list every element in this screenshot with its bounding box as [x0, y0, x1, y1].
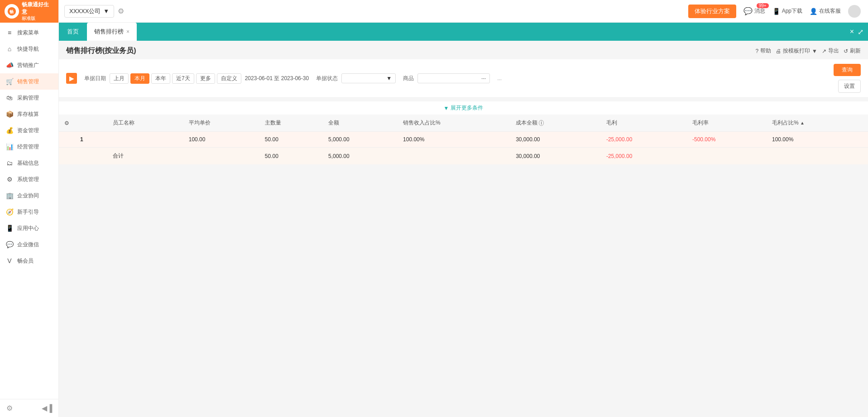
- sidebar-icon-app-center: 📱: [5, 224, 14, 232]
- message-btn[interactable]: 💬 99+ 消息: [743, 7, 765, 15]
- sidebar-icon-purchase: 🛍: [5, 94, 14, 102]
- cell-gross-margin-0: -500.00%: [687, 132, 767, 148]
- sidebar-item-enterprise-wechat[interactable]: 💬企业微信: [0, 236, 58, 253]
- sidebar-label-search-order: 搜索菜单: [17, 29, 39, 37]
- table-footer-row: 合计 50.00 5,000.00 30,000.00 -25,000.00: [59, 148, 868, 165]
- status-dropdown-icon: ▼: [386, 75, 392, 81]
- sidebar-item-sales[interactable]: 🛒销售管理: [0, 73, 58, 90]
- export-button[interactable]: ↗ 导出: [822, 47, 839, 55]
- query-button[interactable]: 查询: [834, 64, 861, 76]
- expand-row: ▼ 展开更多条件: [59, 101, 868, 115]
- help-button[interactable]: ? 帮助: [755, 47, 771, 55]
- sidebar-item-system[interactable]: ⚙系统管理: [0, 171, 58, 187]
- expand-down-icon: ▼: [444, 105, 449, 111]
- sidebar-item-operations[interactable]: 📊经营管理: [0, 139, 58, 155]
- th-settings[interactable]: ⚙: [59, 115, 75, 132]
- online-service-btn[interactable]: 👤 在线客服: [810, 7, 841, 15]
- sidebar-label-basic-info: 基础信息: [17, 159, 39, 167]
- maximize-window-btn[interactable]: ⤢: [858, 28, 863, 36]
- footer-amount: 5,000.00: [323, 148, 398, 165]
- cell-employee-0: [107, 132, 183, 148]
- sidebar-footer: ⚙ ◀▐: [0, 399, 58, 417]
- sidebar-item-quick-nav[interactable]: ⌂快捷导航: [0, 41, 58, 57]
- sidebar-item-purchase[interactable]: 🛍采购管理: [0, 90, 58, 106]
- refresh-button[interactable]: ↺ 刷新: [844, 47, 861, 55]
- date-btn-更多[interactable]: 更多: [196, 73, 215, 84]
- goods-filter-group: 商品 ···: [403, 73, 490, 83]
- tab-home[interactable]: 首页: [59, 23, 87, 41]
- tab-close-icon[interactable]: ×: [126, 29, 129, 35]
- trial-button[interactable]: 体验行业方案: [688, 5, 736, 18]
- date-range-display: 2023-06-01 至 2023-06-30: [245, 75, 309, 82]
- date-btn-本年[interactable]: 本年: [151, 73, 170, 84]
- cell-avg-price-0: 100.00: [183, 132, 259, 148]
- company-name: XXXXX公司: [69, 7, 101, 15]
- logo-icon: 畅: [5, 4, 19, 19]
- sidebar-label-marketing: 营销推广: [17, 62, 39, 69]
- sidebar-label-sales: 销售管理: [17, 78, 39, 86]
- sidebar-item-enterprise-coop[interactable]: 🏢企业协同: [0, 187, 58, 204]
- sidebar-item-inventory[interactable]: 📦库存核算: [0, 106, 58, 122]
- filter-section: ▶ 单据日期 上月本月本年近7天更多自定义 2023-06-01 至 2023-…: [59, 59, 868, 98]
- sidebar-icon-search-order: ≡: [5, 29, 14, 37]
- tab-sales-ranking[interactable]: 销售排行榜 ×: [87, 23, 137, 41]
- th-rank: [75, 115, 107, 132]
- avatar: [848, 5, 861, 18]
- status-filter-group: 单据状态 ▼: [316, 73, 396, 83]
- sidebar-nav: ≡搜索菜单⌂快捷导航📣营销推广🛒销售管理🛍采购管理📦库存核算💰资金管理📊经营管理…: [0, 23, 58, 399]
- sidebar-item-guide[interactable]: 🧭新手引导: [0, 204, 58, 220]
- top-header: XXXXX公司 ▼ ⚙ 体验行业方案 💬 99+ 消息 📱 App下载 👤 在线…: [59, 0, 868, 23]
- cell-settings-0: [59, 132, 75, 148]
- company-selector[interactable]: XXXXX公司 ▼: [64, 5, 114, 18]
- sidebar-label-operations: 经营管理: [17, 143, 39, 151]
- date-btn-上月[interactable]: 上月: [110, 73, 129, 84]
- avatar-area[interactable]: [848, 5, 863, 18]
- sidebar-icon-member: V: [5, 257, 14, 265]
- settings-icon[interactable]: ⚙: [6, 404, 13, 412]
- more-filters-btn[interactable]: ...: [497, 75, 502, 81]
- sidebar-icon-enterprise-coop: 🏢: [5, 192, 14, 200]
- footer-empty3: [183, 148, 259, 165]
- close-window-btn[interactable]: ×: [850, 28, 854, 36]
- settings-gear-icon[interactable]: ⚙: [118, 7, 124, 15]
- refresh-icon: ↺: [844, 48, 848, 54]
- app-download-btn[interactable]: 📱 App下载: [772, 7, 802, 15]
- sidebar-item-marketing[interactable]: 📣营销推广: [0, 57, 58, 73]
- filter-toggle-btn[interactable]: ▶: [66, 73, 77, 84]
- sidebar-item-finance[interactable]: 💰资金管理: [0, 122, 58, 139]
- date-buttons: 上月本月本年近7天更多自定义: [110, 73, 241, 84]
- collapse-icon[interactable]: ◀▐: [42, 404, 52, 412]
- cell-sales-ratio-0: 100.00%: [398, 132, 510, 148]
- th-gross-ratio: 毛利占比% ▲: [767, 115, 868, 132]
- date-btn-自定义[interactable]: 自定义: [217, 73, 241, 84]
- help-icon: ?: [755, 48, 758, 54]
- sidebar-item-search-order[interactable]: ≡搜索菜单: [0, 24, 58, 41]
- print-dropdown-icon: ▼: [812, 48, 817, 54]
- sidebar-label-purchase: 采购管理: [17, 94, 39, 102]
- main-area: XXXXX公司 ▼ ⚙ 体验行业方案 💬 99+ 消息 📱 App下载 👤 在线…: [59, 0, 868, 417]
- sidebar-item-member[interactable]: V畅会员: [0, 253, 58, 269]
- cell-amount-0: 5,000.00: [323, 132, 398, 148]
- date-btn-近7天[interactable]: 近7天: [172, 73, 194, 84]
- sidebar-label-enterprise-coop: 企业协同: [17, 192, 39, 200]
- filter-row: ▶ 单据日期 上月本月本年近7天更多自定义 2023-06-01 至 2023-…: [66, 64, 861, 93]
- page-header: 销售排行榜(按业务员) ? 帮助 🖨 按模板打印 ▼ ↗ 导出 ↺ 刷新: [59, 41, 868, 59]
- export-icon: ↗: [822, 48, 826, 54]
- footer-empty4: [398, 148, 510, 165]
- template-print-button[interactable]: 🖨 按模板打印 ▼: [776, 47, 817, 55]
- setting-button[interactable]: 设置: [838, 80, 861, 93]
- footer-empty5: [687, 148, 767, 165]
- status-select[interactable]: ▼: [341, 73, 396, 83]
- sidebar-icon-system: ⚙: [5, 175, 14, 183]
- cell-rank-0: 1: [75, 132, 107, 148]
- footer-cost: 30,000.00: [510, 148, 601, 165]
- goods-input[interactable]: ···: [417, 73, 490, 83]
- tab-bar: 首页 销售排行榜 × × ⤢: [59, 23, 868, 41]
- sidebar-item-basic-info[interactable]: 🗂基础信息: [0, 155, 58, 171]
- sidebar-icon-guide: 🧭: [5, 208, 14, 216]
- cell-cost-0: 30,000.00: [510, 132, 601, 148]
- date-btn-本月[interactable]: 本月: [130, 73, 149, 84]
- sidebar-icon-finance: 💰: [5, 126, 14, 134]
- expand-more-btn[interactable]: ▼ 展开更多条件: [444, 104, 484, 112]
- sidebar-item-app-center[interactable]: 📱应用中心: [0, 220, 58, 236]
